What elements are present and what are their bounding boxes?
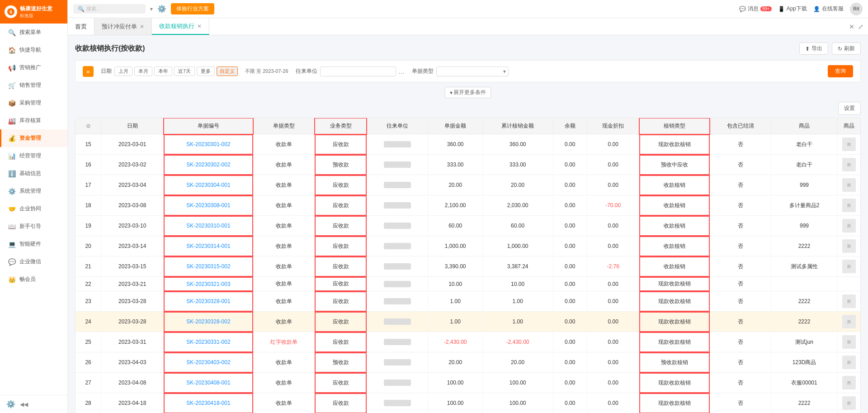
service-group[interactable]: 👤 在线客服 bbox=[813, 5, 844, 13]
settings-icon[interactable]: ⚙️ bbox=[6, 400, 15, 408]
collapse-icon[interactable]: ◀◀ bbox=[20, 401, 28, 408]
expand-more-btn[interactable]: ▾ 展开更多条件 bbox=[445, 87, 491, 98]
cell-discount: 0.00 bbox=[587, 155, 639, 175]
cell-goods: 2222 bbox=[771, 236, 837, 256]
avatar[interactable]: Rit bbox=[850, 3, 863, 15]
date-curr-year[interactable]: 本年 bbox=[154, 66, 172, 76]
industry-btn[interactable]: 体验行业方案 bbox=[171, 3, 214, 14]
topbar-search: 🔍 搜索... bbox=[73, 4, 146, 14]
doc-no-link[interactable]: SK-20230314-001 bbox=[186, 243, 230, 249]
tab-receipt-close[interactable]: ✕ bbox=[197, 23, 202, 29]
unit-blurred bbox=[384, 263, 411, 270]
topbar-right: 💬 消息 99+ 📱 App下载 👤 在线客服 Rit bbox=[739, 3, 863, 15]
cell-amount: 100.00 bbox=[428, 393, 482, 413]
date-more[interactable]: 更多 bbox=[197, 66, 215, 76]
cell-balance: 0.00 bbox=[553, 393, 587, 413]
cell-goods2: 图 bbox=[838, 332, 861, 352]
doc-no-link[interactable]: SK-20230418-001 bbox=[186, 400, 230, 406]
unit-blurred bbox=[384, 243, 411, 249]
doc-no-link[interactable]: SK-20230328-002 bbox=[186, 318, 230, 325]
sidebar-item-search[interactable]: 🔍搜索菜单 bbox=[0, 24, 67, 41]
doc-no-link[interactable]: SK-20230321-003 bbox=[186, 281, 230, 287]
doc-no-link[interactable]: SK-20230310-001 bbox=[186, 223, 230, 229]
sidebar-item-quicknav[interactable]: 🏠快捷导航 bbox=[0, 41, 67, 59]
cell-goods2: 图 bbox=[838, 236, 861, 256]
sidebar-item-enterprise[interactable]: 🤝企业协同 bbox=[0, 200, 67, 218]
message-group[interactable]: 💬 消息 99+ bbox=[739, 5, 772, 13]
sidebar-item-hardware[interactable]: 💻智能硬件 bbox=[0, 235, 67, 253]
sidebar-menu: 🔍搜索菜单🏠快捷导航📢营销推广🛒销售管理📦采购管理🏭库存核算💰资金管理📊经营管理… bbox=[0, 24, 67, 395]
sidebar-item-basics[interactable]: ℹ️基础信息 bbox=[0, 165, 67, 182]
sidebar-item-inventory[interactable]: 🏭库存核算 bbox=[0, 112, 67, 129]
cell-verified: 333.00 bbox=[482, 155, 553, 175]
table-settings-btn[interactable]: 设置 bbox=[838, 102, 861, 115]
cell-goods2: 图 bbox=[838, 216, 861, 236]
doc-no-link[interactable]: SK-20230302-002 bbox=[186, 161, 230, 168]
refresh-btn[interactable]: ↻ 刷新 bbox=[832, 43, 861, 55]
cell-include-cleared: 否 bbox=[710, 155, 771, 175]
cell-doc-type: 收款单 bbox=[253, 312, 315, 332]
cell-doc-type: 收款单 bbox=[253, 195, 315, 216]
cell-discount: 0.00 bbox=[587, 175, 639, 195]
doc-no-link[interactable]: SK-20230304-001 bbox=[186, 182, 230, 188]
sidebar-item-member[interactable]: 👑畅会员 bbox=[0, 271, 67, 288]
maximize-icon[interactable]: ⤢ bbox=[858, 23, 863, 30]
table-row: 26 2023-04-03 SK-20230403-002 收款单 预收款 20… bbox=[75, 352, 860, 373]
cell-no: 28 bbox=[75, 393, 101, 413]
sidebar-item-system[interactable]: ⚙️系统管理 bbox=[0, 182, 67, 200]
doc-no-link[interactable]: SK-20230403-002 bbox=[186, 359, 230, 366]
sidebar-item-marketing[interactable]: 📢营销推广 bbox=[0, 59, 67, 76]
close-window-icon[interactable]: ✕ bbox=[849, 23, 854, 30]
cell-goods: 999 bbox=[771, 175, 837, 195]
sidebar-label-marketing: 营销推广 bbox=[19, 64, 41, 71]
doc-no-link[interactable]: SK-20230301-002 bbox=[186, 141, 230, 147]
tab-home[interactable]: 首页 bbox=[68, 18, 94, 35]
export-btn[interactable]: ⬆ 导出 bbox=[799, 43, 828, 55]
date-7days[interactable]: 近7天 bbox=[174, 66, 195, 76]
filter-doctype-item: 单据类型 收款单 红字收款单 ▾ bbox=[412, 66, 509, 76]
sidebar-item-wechat[interactable]: 💬企业微信 bbox=[0, 253, 67, 271]
sidebar-item-sales[interactable]: 🛒销售管理 bbox=[0, 76, 67, 94]
topbar-dropdown-icon[interactable]: ▾ bbox=[150, 6, 153, 12]
doc-no-link[interactable]: SK-20230308-001 bbox=[186, 202, 230, 209]
cell-cancel-type: 现款收款核销 bbox=[639, 332, 710, 352]
query-btn[interactable]: 查询 bbox=[828, 65, 853, 77]
tab-prepay-close[interactable]: ✕ bbox=[140, 24, 144, 30]
tab-prepay[interactable]: 预计冲应付单 ✕ bbox=[94, 18, 152, 35]
date-prev-month[interactable]: 上月 bbox=[114, 66, 132, 76]
cell-verified: 20.00 bbox=[482, 175, 553, 195]
cell-date: 2023-04-03 bbox=[101, 352, 164, 373]
topbar-gear-icon[interactable]: ⚙️ bbox=[157, 5, 166, 13]
cell-goods2: 图 bbox=[838, 256, 861, 277]
sidebar-item-guide[interactable]: 📖新手引导 bbox=[0, 218, 67, 235]
sidebar-label-basics: 基础信息 bbox=[19, 170, 41, 177]
date-curr-month[interactable]: 本月 bbox=[134, 66, 152, 76]
doc-no-link[interactable]: SK-20230315-002 bbox=[186, 263, 230, 270]
col-balance: 余额 bbox=[553, 118, 587, 134]
cell-no: 20 bbox=[75, 236, 101, 256]
sidebar-label-quicknav: 快捷导航 bbox=[19, 46, 41, 54]
table-wrapper[interactable]: ⚙ 日期 单据编号 单据类型 业务类型 往来单位 单据金额 累计核销金额 余额 … bbox=[75, 118, 860, 413]
topbar: 🔍 搜索... ▾ ⚙️ 体验行业方案 💬 消息 99+ 📱 App下载 👤 在… bbox=[68, 0, 868, 18]
doctype-select[interactable]: 收款单 红字收款单 bbox=[436, 66, 509, 76]
unit-dots-btn[interactable]: ... bbox=[399, 67, 405, 76]
unit-input[interactable] bbox=[320, 66, 396, 76]
tab-receipt[interactable]: 收款核销执行 ✕ bbox=[152, 18, 209, 35]
doc-no-link[interactable]: SK-20230331-002 bbox=[186, 339, 230, 345]
sidebar-item-purchase[interactable]: 📦采购管理 bbox=[0, 94, 67, 112]
table-row: 19 2023-03-10 SK-20230310-001 收款单 应收款 60… bbox=[75, 216, 860, 236]
cell-discount: 0.00 bbox=[587, 312, 639, 332]
cell-goods: 多计量商品2 bbox=[771, 195, 837, 216]
sidebar-item-operations[interactable]: 📊经营管理 bbox=[0, 147, 67, 165]
sidebar-item-finance[interactable]: 💰资金管理 bbox=[0, 129, 67, 147]
doc-no-link[interactable]: SK-20230328-001 bbox=[186, 298, 230, 304]
app-download-group[interactable]: 📱 App下载 bbox=[778, 5, 807, 13]
cell-balance: 0.00 bbox=[553, 175, 587, 195]
col-gear[interactable]: ⚙ bbox=[75, 118, 101, 134]
doc-no-link[interactable]: SK-20230408-001 bbox=[186, 380, 230, 386]
cell-goods: 老白干 bbox=[771, 155, 837, 175]
table-row: 23 2023-03-28 SK-20230328-001 收款单 应收款 1.… bbox=[75, 291, 860, 312]
filter-expand-btn[interactable]: » bbox=[83, 66, 94, 77]
date-custom[interactable]: 自定义 bbox=[217, 66, 238, 76]
cell-goods2: 图 bbox=[838, 373, 861, 393]
